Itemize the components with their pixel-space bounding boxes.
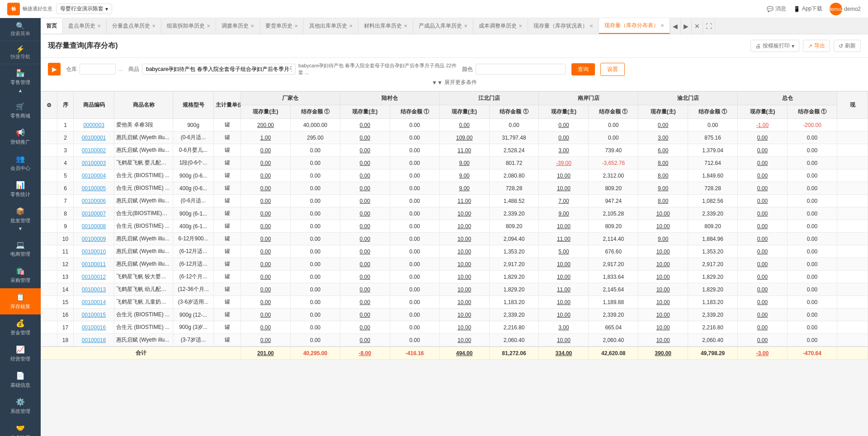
cell-l-qty[interactable]: 0.00: [340, 283, 390, 296]
tab-next-btn[interactable]: ▶: [681, 19, 692, 33]
tab-close-icon[interactable]: ✕: [590, 23, 593, 28]
cell-l-qty[interactable]: 0.00: [340, 220, 390, 233]
cell-code[interactable]: 00100001: [74, 131, 114, 144]
tab-close-icon[interactable]: ✕: [349, 23, 353, 28]
cell-total-qty[interactable]: 0.00: [738, 144, 788, 157]
tab-close-icon[interactable]: ✕: [250, 23, 254, 28]
cell-code[interactable]: 00100016: [74, 321, 114, 334]
tab-prev-btn[interactable]: ◀: [670, 19, 681, 33]
sidebar-item-finance[interactable]: 💰 资金管理: [0, 314, 41, 341]
cell-f-qty[interactable]: 0.00: [241, 169, 291, 182]
cell-yb-qty[interactable]: 10.00: [638, 245, 688, 258]
cell-na-qty[interactable]: 5.00: [539, 245, 589, 258]
cell-total-qty[interactable]: 0.00: [738, 296, 788, 309]
sidebar-item-retail-mgmt[interactable]: 🏪 零售管理 ▲: [0, 64, 41, 98]
refresh-btn[interactable]: ↺ 刷新: [834, 40, 861, 52]
cell-total-qty[interactable]: 0.00: [738, 258, 788, 271]
tab-close-all-btn[interactable]: ✕: [692, 19, 703, 33]
cell-jb-qty[interactable]: 10.00: [439, 207, 489, 220]
expand-btn[interactable]: ▼▼ 展开更多条件: [432, 79, 477, 86]
cell-total-qty[interactable]: 0.00: [738, 157, 788, 169]
cell-code[interactable]: 00100018: [74, 334, 114, 347]
cell-code[interactable]: 00100014: [74, 296, 114, 309]
sidebar-item-purchase[interactable]: 🛍️ 采购管理: [0, 262, 41, 288]
cell-na-qty[interactable]: 9.00: [539, 207, 589, 220]
cell-jb-qty[interactable]: 10.00: [439, 245, 489, 258]
sidebar-item-retail-shop[interactable]: 🛒 零售商城: [0, 98, 41, 124]
cell-na-qty[interactable]: 10.00: [539, 182, 589, 195]
cell-l-qty[interactable]: 0.00: [340, 334, 390, 347]
tab-close-icon[interactable]: ✕: [207, 23, 210, 28]
tab-close-icon[interactable]: ✕: [464, 23, 467, 28]
tab-product-in[interactable]: 产成品入库单历史 ✕: [413, 19, 473, 33]
sidebar-item-member[interactable]: 👥 会员中心: [0, 150, 41, 176]
sidebar-item-system[interactable]: ⚙️ 系统管理: [0, 393, 41, 419]
cell-jb-qty[interactable]: 109.00: [439, 131, 489, 144]
cell-total-qty[interactable]: 0.00: [738, 220, 788, 233]
cell-l-qty[interactable]: 0.00: [340, 144, 390, 157]
cell-jb-qty[interactable]: 9.00: [439, 169, 489, 182]
cell-code[interactable]: 00100002: [74, 144, 114, 157]
sidebar-item-enterprise[interactable]: 🤝 企业协同: [0, 419, 41, 436]
warehouse-dots[interactable]: ...: [118, 66, 123, 72]
cell-l-qty[interactable]: 0.00: [340, 271, 390, 283]
cell-yb-qty[interactable]: 10.00: [638, 321, 688, 334]
cell-na-qty[interactable]: 3.00: [539, 144, 589, 157]
th-settings[interactable]: ⚙: [41, 92, 57, 119]
cell-yb-qty[interactable]: 8.00: [638, 195, 688, 207]
cell-code[interactable]: 00100015: [74, 309, 114, 321]
sidebar-item-operations[interactable]: 📈 经营管理: [0, 341, 41, 367]
cell-total-qty[interactable]: 0.00: [738, 182, 788, 195]
tab-close-icon[interactable]: ✕: [152, 23, 156, 28]
cell-f-qty[interactable]: 0.00: [241, 182, 291, 195]
sidebar-item-base-info[interactable]: 📄 基础信息: [0, 367, 41, 393]
cell-na-qty[interactable]: 10.00: [539, 258, 589, 271]
cell-total-qty[interactable]: 0.00: [738, 233, 788, 245]
cell-jb-qty[interactable]: 10.00: [439, 220, 489, 233]
cell-jb-qty[interactable]: 10.00: [439, 271, 489, 283]
cell-jb-qty[interactable]: 10.00: [439, 296, 489, 309]
cell-total-qty[interactable]: 0.00: [738, 245, 788, 258]
cell-code[interactable]: 00100006: [74, 195, 114, 207]
cell-yb-qty[interactable]: 10.00: [638, 283, 688, 296]
tab-close-icon[interactable]: ✕: [97, 23, 101, 28]
cell-code[interactable]: 00100004: [74, 169, 114, 182]
cell-total-qty[interactable]: 0.00: [738, 207, 788, 220]
tab-close-icon[interactable]: ✕: [404, 23, 407, 28]
cell-l-qty[interactable]: 0.00: [340, 195, 390, 207]
app-download-btn[interactable]: 📱 App下载: [793, 5, 822, 13]
tab-part-inventory[interactable]: 分量盘点单历史 ✕: [107, 19, 161, 33]
cell-f-qty[interactable]: 0.00: [241, 157, 291, 169]
sidebar-item-inventory[interactable]: 📋 库存核算: [0, 288, 41, 314]
tab-close-icon[interactable]: ✕: [294, 23, 298, 28]
cell-f-qty[interactable]: 0.00: [241, 195, 291, 207]
cell-l-qty[interactable]: 0.00: [340, 296, 390, 309]
tab-transfer[interactable]: 调拨单历史 ✕: [216, 19, 260, 33]
tab-other-out[interactable]: 其他出库单历史 ✕: [304, 19, 359, 33]
cell-f-qty[interactable]: 0.00: [241, 207, 291, 220]
setting-btn[interactable]: 设置: [600, 63, 625, 76]
cell-yb-qty[interactable]: 10.00: [638, 258, 688, 271]
cell-l-qty[interactable]: 0.00: [340, 207, 390, 220]
cell-l-qty[interactable]: 0.00: [340, 309, 390, 321]
cell-code[interactable]: 00100011: [74, 258, 114, 271]
cell-f-qty[interactable]: 0.00: [241, 233, 291, 245]
cell-f-qty[interactable]: 0.00: [241, 283, 291, 296]
cell-yb-qty[interactable]: 10.00: [638, 220, 688, 233]
cell-jb-qty[interactable]: 10.00: [439, 321, 489, 334]
cell-na-qty[interactable]: -39.00: [539, 157, 589, 169]
sidebar-item-search[interactable]: 🔍 搜索英单: [0, 18, 41, 41]
cell-yb-qty[interactable]: 8.00: [638, 157, 688, 169]
cell-na-qty[interactable]: 0.00: [539, 119, 589, 131]
tab-cost-adjust[interactable]: 成本调整单历史 ✕: [473, 19, 528, 33]
cell-code[interactable]: 00100010: [74, 245, 114, 258]
cell-l-qty[interactable]: 0.00: [340, 157, 390, 169]
tab-inventory-single[interactable]: 盘点单历史 ✕: [63, 19, 107, 33]
cell-f-qty[interactable]: 0.00: [241, 245, 291, 258]
tab-home[interactable]: 首页: [41, 19, 63, 33]
cell-l-qty[interactable]: 0.00: [340, 258, 390, 271]
cell-l-qty[interactable]: 0.00: [340, 321, 390, 334]
tab-assemble[interactable]: 组装拆卸单历史 ✕: [161, 19, 216, 33]
tab-expand-btn[interactable]: ⛶: [703, 19, 715, 33]
cell-yb-qty[interactable]: 8.00: [638, 169, 688, 182]
